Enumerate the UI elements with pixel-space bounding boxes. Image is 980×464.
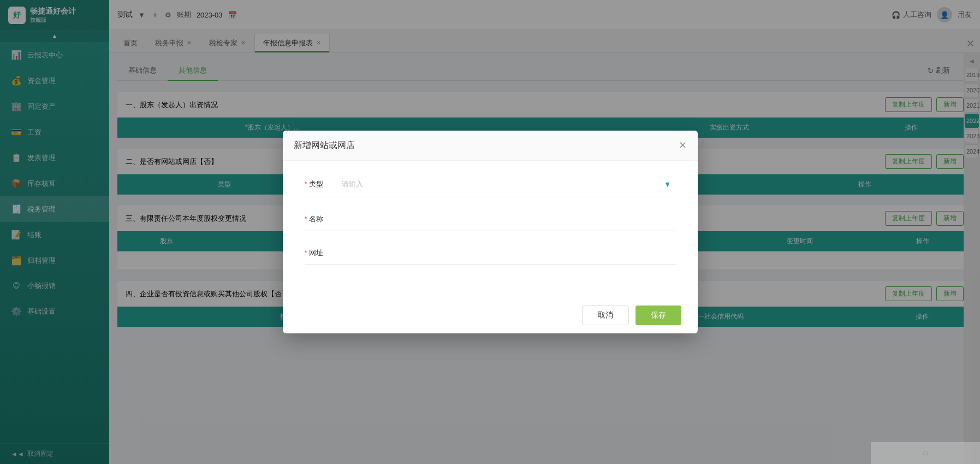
add-website-modal: 新增网站或网店 ✕ * 类型 请输入 ▼ * 名称 [283,131,698,333]
modal-title: 新增网站或网店 [294,140,355,151]
name-input[interactable] [337,213,676,225]
cancel-button[interactable]: 取消 [582,306,629,325]
url-label: * 网址 [305,248,337,258]
type-label: * 类型 [305,179,337,189]
modal-overlay: 新增网站或网店 ✕ * 类型 请输入 ▼ * 名称 [0,0,980,464]
type-select[interactable]: 请输入 ▼ [337,177,676,191]
watermark: Ci [871,442,980,464]
form-field-type: * 类型 请输入 ▼ [305,177,676,197]
required-mark-name: * [305,215,307,223]
modal-body: * 类型 请输入 ▼ * 名称 * 网址 [283,161,698,297]
save-button[interactable]: 保存 [635,306,681,325]
modal-close-button[interactable]: ✕ [679,139,687,151]
required-mark-url: * [305,249,307,257]
required-mark: * [305,180,307,188]
type-placeholder: 请输入 [342,179,363,189]
form-field-url: * 网址 [305,246,676,265]
form-field-name: * 名称 [305,213,676,231]
dropdown-arrow-icon: ▼ [664,180,672,189]
modal-footer: 取消 保存 [283,297,698,333]
modal-header: 新增网站或网店 ✕ [283,131,698,161]
url-input[interactable] [337,246,676,259]
name-label: * 名称 [305,214,337,224]
